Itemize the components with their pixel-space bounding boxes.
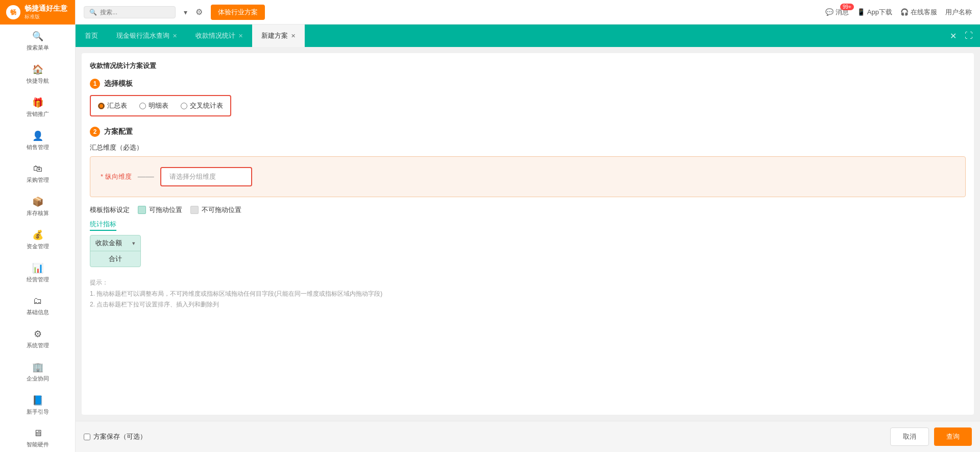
stat-label: 统计指标 xyxy=(90,220,116,231)
cancel-button[interactable]: 取消 xyxy=(890,427,929,446)
summary-dimension-label: 汇总维度（必选） xyxy=(90,143,966,152)
app-name: 畅捷通好生意 xyxy=(24,4,67,13)
vertical-label: 纵向维度 xyxy=(101,172,132,181)
message-btn[interactable]: 💬 消息 99+ xyxy=(825,8,849,17)
tab-close-cashflow[interactable]: ✕ xyxy=(173,33,177,39)
finance-icon: 💰 xyxy=(32,229,43,241)
indicator-card-body: 合计 xyxy=(90,251,140,267)
download-btn[interactable]: 📱 App下载 xyxy=(857,8,892,17)
topbar-right: 💬 消息 99+ 📱 App下载 🎧 在线客服 用户名称 xyxy=(825,8,972,17)
sidebar-item-inventory[interactable]: 📦 库存核算 xyxy=(0,190,75,223)
radio-label-summary: 汇总表 xyxy=(107,101,127,110)
save-label: 方案保存（可选） xyxy=(93,432,146,441)
download-label: App下载 xyxy=(867,8,892,17)
sidebar-label-inventory: 库存核算 xyxy=(27,209,49,217)
radio-cross[interactable] xyxy=(181,103,187,109)
save-checkbox[interactable] xyxy=(84,434,90,440)
dimension-row: 纵向维度 —— 请选择分组维度 xyxy=(101,167,252,186)
indicators-section: 模板指标设定 可拖动位置 不可拖动位置 统计指标 xyxy=(90,205,966,267)
service-btn[interactable]: 🎧 在线客服 xyxy=(900,8,937,17)
radio-label-detail: 明细表 xyxy=(149,101,168,110)
sidebar-item-quick-nav[interactable]: 🏠 快捷导航 xyxy=(0,58,75,91)
indicator-dropdown-icon[interactable]: ▾ xyxy=(132,240,135,247)
sidebar-item-finance[interactable]: 💰 资金管理 xyxy=(0,223,75,256)
sidebar-label-business: 经营管理 xyxy=(27,276,49,283)
dropdown-icon[interactable]: ▾ xyxy=(184,8,187,16)
business-icon: 📊 xyxy=(32,263,43,274)
fixed-label: 不可拖动位置 xyxy=(202,205,241,215)
step1-num: 1 xyxy=(90,79,100,89)
footer: 方案保存（可选） 取消 查询 xyxy=(76,421,980,452)
movable-legend-box xyxy=(138,206,146,214)
tab-cashflow[interactable]: 现金银行流水查询✕ xyxy=(107,25,186,47)
sidebar-item-hardware[interactable]: 🖥 智能硬件 xyxy=(0,422,75,452)
close-window-icon[interactable]: ✕ xyxy=(948,29,959,43)
radio-detail[interactable] xyxy=(139,103,146,109)
tip-2: 2. 点击标题栏下拉可设置排序、插入列和删除列 xyxy=(90,299,966,311)
download-icon: 📱 xyxy=(857,8,865,16)
radio-summary[interactable] xyxy=(98,103,105,109)
step2-header: 2 方案配置 xyxy=(90,127,966,137)
maximize-icon[interactable]: ⛶ xyxy=(963,29,975,42)
guide-icon: 📘 xyxy=(32,395,43,406)
indicators-title: 模板指标设定 xyxy=(90,205,130,215)
page-title: 收款情况统计方案设置 xyxy=(90,61,966,70)
step1-title: 选择模板 xyxy=(104,79,133,88)
sidebar-label-finance: 资金管理 xyxy=(27,243,49,250)
industry-btn[interactable]: 体验行业方案 xyxy=(211,5,265,20)
tab-home[interactable]: 首页 xyxy=(76,25,107,47)
radio-option-cross[interactable]: 交叉统计表 xyxy=(181,101,223,110)
tab-label-cashflow: 现金银行流水查询 xyxy=(116,31,169,40)
sidebar-label-hardware: 智能硬件 xyxy=(27,441,49,448)
radio-option-detail[interactable]: 明细表 xyxy=(139,101,168,110)
dimension-select[interactable]: 请选择分组维度 xyxy=(160,167,252,186)
search-input[interactable] xyxy=(100,9,161,16)
app-version: 标准版 xyxy=(24,13,67,20)
settings-icon[interactable]: ⚙ xyxy=(195,7,203,17)
sidebar-item-marketing[interactable]: 🎁 营销推广 xyxy=(0,91,75,124)
enterprise-icon: 🏢 xyxy=(32,362,43,373)
system-icon: ⚙ xyxy=(34,328,42,340)
sidebar-item-search[interactable]: 🔍 搜索菜单 xyxy=(0,25,75,58)
topbar-search-box[interactable]: 🔍 xyxy=(84,6,176,18)
sidebar-item-business[interactable]: 📊 经营管理 xyxy=(0,256,75,290)
message-icon: 💬 xyxy=(825,8,834,16)
content-inner: 收款情况统计方案设置 1 选择模板 汇总表 明细表 交叉统计表 2 方案配置 xyxy=(82,53,974,415)
sidebar-label-guide: 新手引导 xyxy=(27,408,49,416)
dimension-area: 纵向维度 —— 请选择分组维度 xyxy=(90,156,966,197)
tab-new-plan[interactable]: 新建方案✕ xyxy=(252,25,305,47)
sidebar-item-sales[interactable]: 👤 销售管理 xyxy=(0,124,75,157)
sidebar-item-system[interactable]: ⚙ 系统管理 xyxy=(0,322,75,355)
tab-close-new-plan[interactable]: ✕ xyxy=(291,33,296,39)
indicator-card: 收款金额 ▾ 合计 xyxy=(90,235,141,267)
search-icon: 🔍 xyxy=(32,31,43,42)
inventory-icon: 📦 xyxy=(32,196,43,207)
dimension-arrow-icon: —— xyxy=(138,172,154,181)
sidebar-item-basic-info[interactable]: 🗂 基础信息 xyxy=(0,290,75,322)
purchase-icon: 🛍 xyxy=(33,163,42,174)
tab-receipt[interactable]: 收款情况统计✕ xyxy=(186,25,252,47)
tips-area: 提示： 1. 拖动标题栏可以调整布局，不可跨维度或指标区域拖动任何目字段(只能在… xyxy=(90,277,966,311)
footer-btns: 取消 查询 xyxy=(890,427,972,446)
indicators-header: 模板指标设定 可拖动位置 不可拖动位置 xyxy=(90,205,966,215)
movable-label: 可拖动位置 xyxy=(149,205,182,215)
fixed-legend-box xyxy=(190,206,199,214)
sidebar-item-purchase[interactable]: 🛍 采购管理 xyxy=(0,157,75,190)
query-button[interactable]: 查询 xyxy=(934,427,972,446)
dimension-config: 汇总维度（必选） 纵向维度 —— 请选择分组维度 xyxy=(90,143,966,197)
radio-option-summary[interactable]: 汇总表 xyxy=(98,101,127,110)
step2-num: 2 xyxy=(90,127,100,137)
indicator-card-header: 收款金额 ▾ xyxy=(90,235,140,251)
sidebar-label-enterprise: 企业协同 xyxy=(27,375,49,383)
save-option[interactable]: 方案保存（可选） xyxy=(84,432,146,441)
sidebar-item-guide[interactable]: 📘 新手引导 xyxy=(0,389,75,422)
service-label: 在线客服 xyxy=(911,8,937,17)
tab-label-new-plan: 新建方案 xyxy=(261,31,288,40)
sidebar-item-enterprise[interactable]: 🏢 企业协同 xyxy=(0,355,75,389)
sidebar-label-search: 搜索菜单 xyxy=(27,44,49,52)
sidebar-label-basic-info: 基础信息 xyxy=(27,308,49,316)
tip-1: 1. 拖动标题栏可以调整布局，不可跨维度或指标区域拖动任何目字段(只能在同一维度… xyxy=(90,289,966,300)
user-info[interactable]: 用户名称 xyxy=(945,8,972,17)
hardware-icon: 🖥 xyxy=(33,428,42,439)
tab-close-receipt[interactable]: ✕ xyxy=(238,33,243,39)
